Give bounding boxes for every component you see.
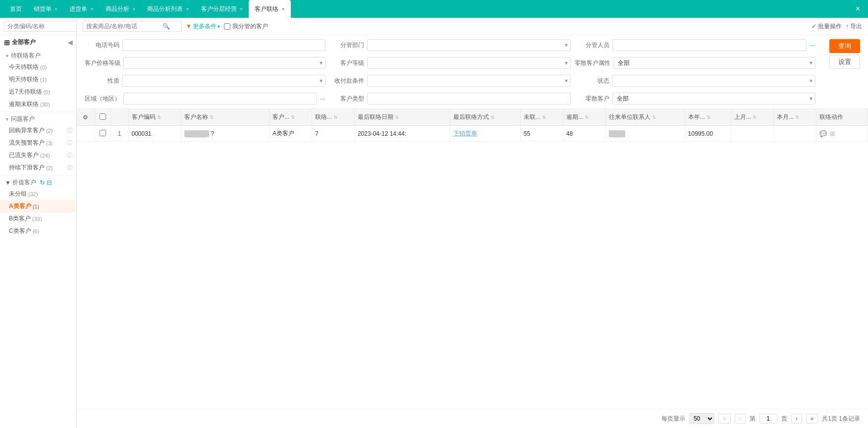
th-last-month[interactable]: 上月... ⇅: [731, 109, 774, 126]
last-page-btn[interactable]: »: [806, 414, 818, 424]
sidebar-unclassified[interactable]: 未分组 (32): [0, 188, 76, 200]
sidebar-pending-group[interactable]: ▼ 待联络客户: [0, 50, 76, 61]
info-icon-3: ⓘ: [67, 164, 72, 171]
filter-status: 状态: [575, 75, 815, 87]
sort-name-icon[interactable]: ⇅: [210, 114, 214, 120]
sort-this-year-icon[interactable]: ⇅: [706, 114, 710, 120]
th-overdue[interactable]: 逾期... ⇅: [563, 109, 605, 126]
th-check[interactable]: [95, 109, 110, 126]
th-contact[interactable]: 联络... ⇅: [312, 109, 354, 126]
nav-product-analysis-list[interactable]: 商品分析列表 ×: [141, 0, 195, 18]
nav-home[interactable]: 首页: [4, 0, 28, 18]
th-this-month[interactable]: 本月... ⇅: [774, 109, 816, 126]
filter-customer-level-select[interactable]: [367, 57, 570, 69]
nav-customer-contact[interactable]: 客户联络 ×: [249, 0, 290, 18]
sidebar-declining[interactable]: 持续下滑客户 (2) ⓘ: [0, 161, 76, 174]
filter-phone-input[interactable]: [122, 39, 326, 51]
sort-level-icon[interactable]: ⇅: [291, 114, 295, 120]
td-last-way[interactable]: 下销货单: [450, 126, 520, 142]
prev-page-btn[interactable]: ‹: [735, 414, 746, 424]
sidebar-collapse-btn[interactable]: ◀: [68, 39, 72, 46]
export-btn[interactable]: ↑ 导出: [846, 22, 862, 31]
sort-overdue-icon[interactable]: ⇅: [585, 114, 589, 120]
th-level[interactable]: 客户... ⇅: [270, 109, 312, 126]
td-check[interactable]: [95, 126, 110, 142]
filter-search-input[interactable]: [86, 23, 161, 30]
filter-manager-input[interactable]: [612, 39, 807, 51]
nav-product-analysis[interactable]: 商品分析 ×: [100, 0, 141, 18]
settings-button[interactable]: 设置: [829, 55, 860, 69]
sidebar-overdue-pending[interactable]: 逾期未联络 (30): [0, 98, 76, 110]
batch-op-btn[interactable]: ✓ 批量操作: [812, 22, 842, 31]
sidebar-week-pending[interactable]: 近7天待联络 (0): [0, 86, 76, 98]
filter-retail-attr-select[interactable]: 全部: [613, 57, 815, 69]
sidebar-problem-group[interactable]: ▼ 问题客户: [0, 113, 76, 124]
filter-payment-select[interactable]: [367, 75, 570, 87]
close-all-tabs[interactable]: ×: [852, 2, 864, 15]
qr-icon[interactable]: ⊞: [830, 130, 835, 137]
select-all-checkbox[interactable]: [100, 113, 106, 120]
filter-region-dots[interactable]: ···: [320, 95, 326, 103]
next-page-btn[interactable]: ›: [791, 414, 802, 424]
sidebar-churned[interactable]: 已流失客户 (24) ⓘ: [0, 149, 76, 161]
page-number-input[interactable]: [760, 414, 777, 424]
th-name[interactable]: 客户名称 ⇅: [181, 109, 270, 126]
value-settings-icon[interactable]: ⊟: [47, 179, 52, 186]
close-product-analysis-list[interactable]: ×: [186, 6, 189, 12]
gear-icon[interactable]: ⚙: [83, 114, 88, 121]
sidebar-c-class[interactable]: C类客户 (6): [0, 225, 76, 237]
sort-last-way-icon[interactable]: ⇅: [490, 114, 494, 120]
first-page-btn[interactable]: «: [718, 414, 731, 424]
close-sales-order[interactable]: ×: [54, 6, 57, 12]
close-customer-segment[interactable]: ×: [240, 6, 243, 12]
sidebar-tomorrow-pending[interactable]: 明天待联络 (1): [0, 73, 76, 86]
th-gear[interactable]: ⚙: [77, 109, 95, 126]
filter-retail-customer-select[interactable]: 全部: [612, 93, 815, 105]
th-last-way[interactable]: 最后联络方式 ⇅: [450, 109, 520, 126]
close-purchase-order[interactable]: ×: [90, 6, 93, 12]
row-checkbox-1[interactable]: [100, 130, 106, 136]
sort-this-month-icon[interactable]: ⇅: [795, 114, 799, 120]
my-customers-check[interactable]: [224, 23, 230, 30]
th-last-date[interactable]: 最后联络日期 ⇅: [354, 109, 450, 126]
nav-sales-order[interactable]: 销货单 ×: [28, 0, 63, 18]
chat-icon[interactable]: 💬: [819, 130, 827, 137]
close-customer-contact[interactable]: ×: [281, 6, 284, 12]
th-unit-contact[interactable]: 往来单位联系人 ⇅: [605, 109, 685, 126]
th-uncontacted[interactable]: 未联... ⇅: [520, 109, 563, 126]
page-size-select[interactable]: 50 20 100: [689, 413, 714, 424]
sort-last-date-icon[interactable]: ⇅: [395, 114, 399, 120]
sort-unit-contact-icon[interactable]: ⇅: [652, 114, 656, 120]
filter-dept: 分管部门: [329, 39, 570, 51]
filter-dept-select[interactable]: [367, 39, 570, 51]
sidebar-churn-warning[interactable]: 流失预警客户 (3) ⓘ: [0, 137, 76, 149]
nav-customer-segment[interactable]: 客户分层经营 ×: [195, 0, 249, 18]
close-product-analysis[interactable]: ×: [132, 6, 135, 12]
th-this-year[interactable]: 本年... ⇅: [685, 109, 731, 126]
sort-last-month-icon[interactable]: ⇅: [753, 114, 757, 120]
filter-status-select[interactable]: [612, 75, 815, 87]
value-refresh-icon[interactable]: ↻: [40, 179, 45, 186]
th-code[interactable]: 客户编码 ⇅: [128, 109, 181, 126]
filter-manager-dots[interactable]: ···: [810, 41, 815, 49]
last-way-link[interactable]: 下销货单: [453, 130, 477, 137]
sidebar-value-group[interactable]: ▼ 价值客户 ↻ ⊟: [0, 176, 76, 188]
my-customers-checkbox[interactable]: 我分管的客户: [224, 22, 268, 31]
filter-customer-type-input[interactable]: [367, 93, 570, 105]
filter-region-input[interactable]: [123, 93, 317, 105]
sidebar-a-class[interactable]: A类客户 (1): [0, 200, 76, 213]
nav-purchase-order[interactable]: 进货单 ×: [63, 0, 99, 18]
filter-price-level-select[interactable]: [123, 57, 326, 69]
sidebar-search-input[interactable]: [4, 21, 77, 32]
filter-more-btn[interactable]: ▼ 更多条件 ▾: [186, 22, 220, 31]
filter-nature-select[interactable]: [122, 75, 326, 87]
sidebar-b-class[interactable]: B类客户 (33): [0, 213, 76, 225]
sidebar-today-pending[interactable]: 今天待联络 (0): [0, 61, 76, 73]
filter-search-icon[interactable]: 🔍: [163, 23, 170, 30]
sort-uncontacted-icon[interactable]: ⇅: [542, 114, 546, 120]
query-button[interactable]: 查询: [829, 39, 860, 53]
sort-code-icon[interactable]: ⇅: [157, 114, 161, 120]
sort-contact-icon[interactable]: ⇅: [333, 114, 337, 120]
sidebar-repurchase-abnormal[interactable]: 回购异常客户 (2) ⓘ: [0, 124, 76, 137]
sidebar-all-customers[interactable]: ⊞ 全部客户 ◀: [0, 35, 76, 50]
